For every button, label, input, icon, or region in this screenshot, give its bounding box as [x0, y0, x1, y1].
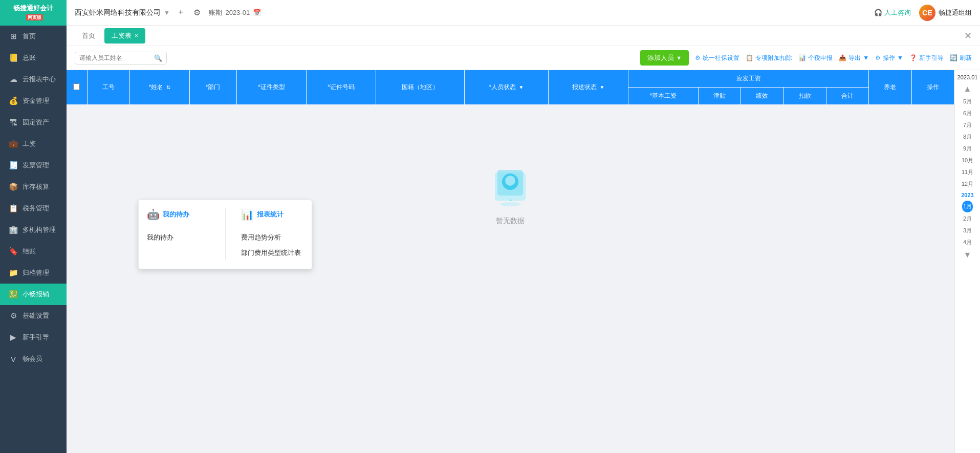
tab-salary-table[interactable]: 工资表 × — [104, 28, 145, 44]
sidebar-item-invoice[interactable]: 🧾发票管理 — [0, 155, 67, 176]
select-all-checkbox[interactable] — [73, 83, 80, 90]
popup-item-部门费用类型统计表[interactable]: 部门费用类型统计表 — [241, 245, 304, 261]
sidebar-label-multi-org: 多机构管理 — [23, 225, 56, 234]
header-performance: 绩效 — [741, 88, 783, 105]
sidebar-item-tax[interactable]: 📋税务管理 — [0, 198, 67, 219]
sidebar-label-checkout: 结账 — [23, 247, 36, 256]
add-person-button[interactable]: 添加人员 ▼ — [640, 50, 689, 66]
top-header: 西安虾米网络科技有限公司 ▼ + ⚙ 账期 2023-01 📅 🎧 人工咨询 C… — [67, 0, 980, 26]
sidebar-label-fund: 资金管理 — [23, 96, 49, 105]
cloud-report-icon: ☁ — [8, 75, 18, 84]
sidebar-item-fund[interactable]: 💰资金管理 — [0, 90, 67, 112]
headset-icon: 🎧 — [874, 9, 882, 16]
export-button[interactable]: 📤 导出 ▼ — [839, 54, 869, 62]
sidebar-item-multi-org[interactable]: 🏢多机构管理 — [0, 219, 67, 241]
sidebar-item-home[interactable]: ⊞首页 — [0, 26, 67, 47]
timeline-active-month-1月[interactable]: 1月 — [962, 201, 973, 212]
calendar-icon[interactable]: 📅 — [253, 9, 261, 16]
sidebar-item-new-guide[interactable]: ▶新手引导 — [0, 327, 67, 348]
sidebar-label-member: 畅会员 — [23, 354, 42, 363]
popup-icon-left: 🤖 — [147, 208, 160, 221]
checkout-icon: 🔖 — [8, 247, 18, 256]
timeline-active-month-2月[interactable]: 2月 — [960, 213, 975, 225]
timeline-month-5月[interactable]: 5月 — [960, 96, 975, 107]
header-cert-type: *证件类型 — [236, 70, 306, 104]
sidebar-label-ledger: 总账 — [23, 53, 36, 62]
timeline-up-button[interactable]: ▲ — [962, 82, 974, 96]
sidebar-item-ledger[interactable]: 📒总账 — [0, 47, 67, 69]
social-security-button[interactable]: ⚙ 统一社保设置 — [695, 54, 739, 62]
timeline-header: 2023.01 — [956, 72, 979, 82]
deduction-button[interactable]: 📋 专项附加扣除 — [746, 54, 792, 62]
new-guide-icon: ▶ — [8, 333, 18, 342]
popup-col1-title: 我的待办 — [163, 210, 189, 219]
tab-home[interactable]: 首页 — [75, 28, 102, 44]
sidebar-item-cloud-report[interactable]: ☁云报表中心 — [0, 69, 67, 90]
sidebar-item-basic-settings[interactable]: ⚙基础设置 — [0, 305, 67, 327]
search-box[interactable]: 🔍 — [75, 52, 167, 64]
period-label: 账期 — [209, 8, 222, 17]
close-tab-area[interactable]: ✕ — [964, 30, 972, 41]
sidebar-item-inventory[interactable]: 📦库存核算 — [0, 176, 67, 198]
export-caret: ▼ — [863, 54, 869, 61]
tab-salary-label: 工资表 — [112, 31, 132, 40]
xiaochang-icon: 💹 — [8, 290, 18, 299]
header-deduction: 扣款 — [783, 88, 826, 105]
sidebar-item-xiaochang[interactable]: 💹小畅报销 — [0, 284, 67, 305]
report-status-filter-icon[interactable]: ▼ — [600, 84, 605, 90]
personal-tax-icon: 📊 — [798, 54, 806, 61]
new-guide-button[interactable]: ❓ 新手引导 — [909, 54, 944, 62]
personal-tax-button[interactable]: 📊 个税申报 — [798, 54, 833, 62]
empty-icon: ~ — [485, 162, 536, 208]
empty-text: 暂无数据 — [496, 217, 525, 226]
company-dropdown-arrow[interactable]: ▼ — [164, 9, 170, 16]
timeline-month-6月[interactable]: 6月 — [960, 107, 975, 119]
logo-badge: 网页版 — [26, 14, 43, 20]
sidebar-item-archive[interactable]: 📁归档管理 — [0, 262, 67, 284]
timeline-down-button[interactable]: ▼ — [962, 248, 974, 262]
sidebar-item-member[interactable]: V畅会员 — [0, 348, 67, 370]
header-checkbox[interactable] — [67, 70, 87, 104]
sidebar-label-salary: 工资 — [23, 139, 36, 148]
search-input[interactable] — [79, 54, 151, 61]
timeline-month-10月[interactable]: 10月 — [960, 155, 975, 166]
header-department: *部门 — [189, 70, 236, 104]
period-value: 2023-01 — [225, 9, 250, 16]
app-logo: 畅捷通好会计 网页版 — [0, 0, 67, 26]
sidebar-label-inventory: 库存核算 — [23, 182, 49, 191]
home-icon: ⊞ — [8, 32, 18, 41]
tab-close-icon[interactable]: × — [135, 32, 138, 39]
sidebar-item-fixed-assets[interactable]: 🏗固定资产 — [0, 112, 67, 133]
timeline-month-7月[interactable]: 7月 — [960, 119, 975, 131]
member-icon: V — [8, 355, 18, 363]
add-person-label: 添加人员 — [647, 53, 674, 62]
timeline-month-8月[interactable]: 8月 — [960, 131, 975, 143]
fund-icon: 💰 — [8, 96, 18, 105]
timeline-month-9月[interactable]: 9月 — [960, 143, 975, 155]
operations-button[interactable]: ⚙ 操作 ▼ — [875, 54, 903, 62]
tab-bar: 首页 工资表 × ✕ — [67, 26, 980, 46]
timeline-month-11月[interactable]: 11月 — [960, 166, 975, 178]
search-icon: 🔍 — [154, 54, 162, 62]
add-company-button[interactable]: + — [176, 5, 186, 20]
timeline-active-month-3月[interactable]: 3月 — [960, 225, 975, 236]
sidebar-label-archive: 归档管理 — [23, 268, 49, 277]
sidebar-item-salary[interactable]: 💼工资 — [0, 133, 67, 155]
refresh-button[interactable]: 🔄 刷新 — [950, 54, 972, 62]
sidebar: 畅捷通好会计 网页版 ⊞首页📒总账☁云报表中心💰资金管理🏗固定资产💼工资🧾发票管… — [0, 0, 67, 453]
name-sort-icon[interactable]: ⇅ — [166, 84, 170, 90]
popup-item-费用趋势分析[interactable]: 费用趋势分析 — [241, 230, 304, 245]
person-status-filter-icon[interactable]: ▼ — [519, 84, 524, 90]
user-info[interactable]: CE 畅捷通组组 — [919, 5, 972, 21]
timeline-active-month-4月[interactable]: 4月 — [960, 236, 975, 248]
header-operations: 操作 — [911, 70, 954, 104]
timeline-month-12月[interactable]: 12月 — [960, 178, 975, 190]
popup-item-我的待办[interactable]: 我的待办 — [147, 230, 210, 245]
sidebar-item-checkout[interactable]: 🔖结账 — [0, 241, 67, 262]
sidebar-label-xiaochang: 小畅报销 — [23, 290, 49, 299]
settings-button[interactable]: ⚙ — [191, 6, 203, 19]
invoice-icon: 🧾 — [8, 161, 18, 170]
ledger-icon: 📒 — [8, 53, 18, 62]
customer-service[interactable]: 🎧 人工咨询 — [874, 8, 911, 17]
refresh-icon: 🔄 — [950, 54, 957, 61]
